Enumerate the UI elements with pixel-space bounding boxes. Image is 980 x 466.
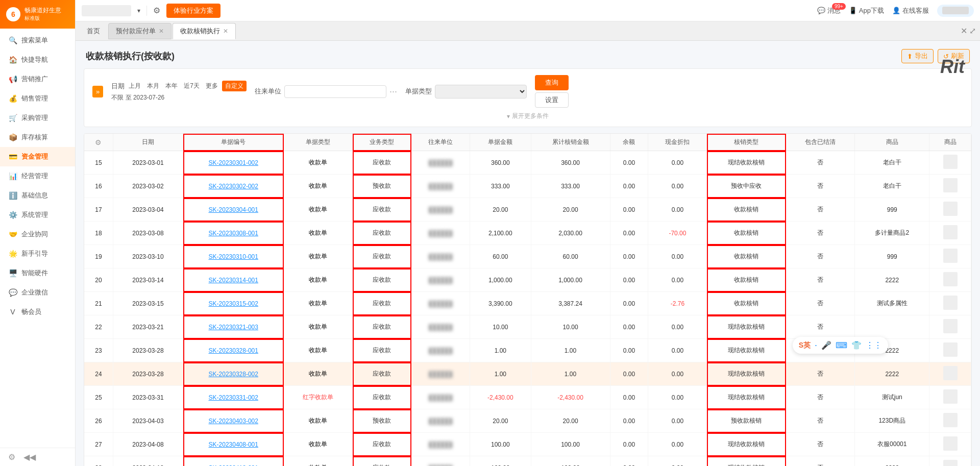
cell-include-settled: 否 [786,175,855,198]
sidebar-item-guide[interactable]: 🌟新手引导 [0,244,75,263]
filter-toggle-btn[interactable]: » [92,86,103,97]
date-curr-btn[interactable]: 本月 [145,81,161,91]
topbar-gear-icon[interactable]: ⚙ [153,6,160,15]
partner-blurred: ██████ [429,418,453,424]
doc-no-link[interactable]: SK-20230310-001 [209,253,258,260]
partner-input[interactable] [284,85,386,98]
float-grid-icon[interactable]: ⋮⋮ [866,340,882,350]
cell-cash-discount: 0.00 [648,456,707,467]
sidebar-item-member[interactable]: V畅会员 [0,302,75,322]
doc-no-link[interactable]: SK-20230418-001 [209,464,258,467]
float-shirt-icon[interactable]: 👕 [851,340,862,350]
tab-collection[interactable]: 收款核销执行 ✕ [173,23,236,39]
settings-button[interactable]: 设置 [535,92,569,108]
cell-doc-no: SK-20230308-001 [183,222,284,245]
cell-partner: ██████ [411,268,470,292]
cell-date: 2023-03-31 [113,386,183,409]
settings-icon[interactable]: ⚙ [8,452,15,462]
cell-date: 2023-03-04 [113,198,183,222]
float-dot-icon[interactable]: · [815,340,817,351]
filter-toggle-icon[interactable]: » [92,86,103,97]
float-s-icon[interactable]: S英 [799,341,811,350]
collapse-icon[interactable]: ◀◀ [23,452,36,462]
topbar-service[interactable]: 👤 在线客服 [892,6,929,15]
table-row: 28 2023-04-18 SK-20230418-001 收款单 应收款 ██… [84,456,971,467]
sidebar-item-purchase[interactable]: 🛒采购管理 [0,108,75,128]
cell-goods [855,315,929,339]
doc-no-link[interactable]: SK-20230314-001 [209,277,258,284]
tab-prepay-close[interactable]: ✕ [159,28,164,35]
doc-no-link[interactable]: SK-20230403-002 [209,418,258,425]
doc-type-select[interactable] [435,85,527,99]
expand-btn[interactable]: ▾ 展开更多条件 [507,112,549,120]
cell-doc-no: SK-20230418-001 [183,456,284,467]
doc-no-link[interactable]: SK-20230321-003 [209,324,258,331]
sidebar-item-quicknav[interactable]: 🏠快捷导航 [0,50,75,69]
date-custom-btn[interactable]: 自定义 [222,81,247,91]
tab-home[interactable]: 首页 [80,23,107,39]
sidebar-item-system[interactable]: ⚙️系统管理 [0,205,75,225]
filter-date-buttons: 上月 本月 本年 近7天 更多 自定义 [127,81,247,91]
date-more-btn[interactable]: 更多 [204,81,220,91]
cell-goods: 123D商品 [855,409,929,433]
float-keyboard-icon[interactable]: ⌨ [836,340,847,350]
cell-cumulative: 60.00 [531,245,610,268]
sidebar-item-sales[interactable]: 💰销售管理 [0,89,75,108]
doc-no-link[interactable]: SK-20230302-002 [209,183,258,190]
sidebar-item-inventory[interactable]: 📦库存核算 [0,128,75,147]
sidebar-item-basic[interactable]: ℹ️基础信息 [0,186,75,205]
cell-partner: ██████ [411,245,470,268]
float-toolbar: S英 · 🎤 ⌨ 👕 ⋮⋮ [793,337,888,354]
doc-no-link[interactable]: SK-20230308-001 [209,230,258,237]
doc-no-link[interactable]: SK-20230408-001 [209,441,258,448]
sidebar-item-wechat[interactable]: 💬企业微信 [0,283,75,302]
topbar-app[interactable]: 📱 App下载 [849,6,884,15]
sidebar-item-operation[interactable]: 📊经营管理 [0,166,75,186]
doc-no-link[interactable]: SK-20230328-002 [209,371,258,378]
doc-no-link[interactable]: SK-20230328-001 [209,347,258,354]
topbar-user[interactable] [937,5,974,17]
date-year-btn[interactable]: 本年 [163,81,180,91]
doc-no-link[interactable]: SK-20230315-002 [209,300,258,307]
cell-date: 2023-03-21 [113,315,183,339]
tab-close-all-icon[interactable]: ✕ [961,26,967,36]
date-prev-btn[interactable]: 上月 [127,81,143,91]
cell-date: 2023-04-03 [113,409,183,433]
export-button[interactable]: ⬆ 导出 [901,49,934,63]
sidebar-item-search[interactable]: 🔍搜索菜单 [0,31,75,50]
tab-collection-close[interactable]: ✕ [223,28,228,35]
table-row: 15 2023-03-01 SK-20230301-002 收款单 应收款 ██… [84,151,971,175]
table-row: 25 2023-03-31 SK-20230331-002 红字收款单 应收款 … [84,386,971,409]
tab-prepay[interactable]: 预付款应付单 ✕ [108,23,172,39]
tab-expand-icon[interactable]: ⤢ [969,26,976,36]
cell-cash-discount: 0.00 [648,362,707,386]
partner-dots[interactable]: ··· [389,86,397,97]
table-row: 20 2023-03-14 SK-20230314-001 收款单 应收款 ██… [84,268,971,292]
member-label: 畅会员 [21,307,41,316]
doc-no-link[interactable]: SK-20230331-002 [209,394,258,401]
cell-biz-type: 应收款 [353,198,411,222]
date-week-btn[interactable]: 近7天 [182,81,202,91]
cell-goods: 999 [855,198,929,222]
cell-goods: 测试多属性 [855,292,929,315]
sidebar-item-enterprise[interactable]: 🤝企业协同 [0,225,75,244]
doc-no-link[interactable]: SK-20230301-002 [209,159,258,166]
cell-doc-amount: 60.00 [470,245,531,268]
col-header-doc-type: 单据类型 [284,134,353,151]
cell-goods2 [929,292,971,315]
query-button[interactable]: 查询 [535,75,569,90]
cell-cumulative: 10.00 [531,315,610,339]
sidebar-item-finance[interactable]: 💳资金管理 [0,147,75,166]
col-header-settings[interactable]: ⚙ [84,134,113,151]
solution-button[interactable]: 体验行业方案 [166,4,220,18]
cell-doc-amount: 3,390.00 [470,292,531,315]
doc-no-link[interactable]: SK-20230304-001 [209,206,258,213]
dropdown-arrow[interactable]: ▾ [137,7,140,14]
cell-doc-no: SK-20230403-002 [183,409,284,433]
topbar-msg[interactable]: 💬 消息 99+ [817,6,841,15]
cell-doc-type: 收款单 [284,198,353,222]
guide-label: 新手引导 [21,249,48,258]
float-mic-icon[interactable]: 🎤 [821,340,831,350]
sidebar-item-marketing[interactable]: 📢营销推广 [0,69,75,89]
sidebar-item-hardware[interactable]: 🖥️智能硬件 [0,263,75,283]
